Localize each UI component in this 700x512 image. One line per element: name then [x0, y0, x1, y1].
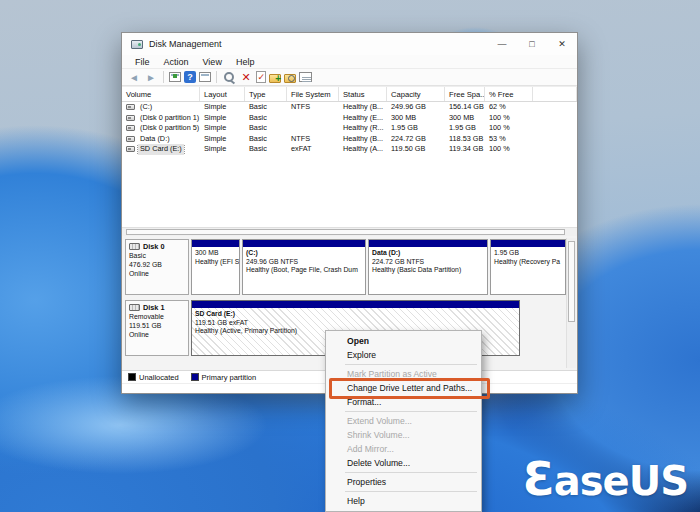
- column-header-type[interactable]: Type: [245, 87, 287, 101]
- legend-item-primary-partition: Primary partition: [191, 373, 257, 382]
- free-space-cell: 118.53 GB: [445, 134, 485, 145]
- easeus-logo: ƐaseUS: [523, 452, 688, 506]
- minimize-button[interactable]: —: [487, 33, 517, 55]
- context-menu: OpenExploreMark Partition as ActiveChang…: [325, 330, 482, 512]
- column-header-free-spa-[interactable]: Free Spa...: [445, 87, 485, 101]
- partition--c-[interactable]: (C:)249.96 GB NTFSHealthy (Boot, Page Fi…: [242, 239, 366, 295]
- maximize-button[interactable]: □: [517, 33, 547, 55]
- partition-name: SD Card (E:): [195, 310, 516, 319]
- disk-size: 119.51 GB: [129, 321, 185, 330]
- partition-300-mb[interactable]: 300 MBHealthy (EFI Sy: [191, 239, 240, 295]
- back-icon[interactable]: [127, 71, 141, 84]
- column-header-status[interactable]: Status: [339, 87, 387, 101]
- pct-free-cell: 100 %: [485, 113, 533, 124]
- vertical-scrollbar-thumb[interactable]: [568, 241, 575, 322]
- action-pane-icon[interactable]: [199, 72, 211, 82]
- table-row[interactable]: (Disk 0 partition 1)SimpleBasicHealthy (…: [122, 113, 577, 124]
- context-menu-item-format[interactable]: Format...: [326, 395, 481, 409]
- folder-add-icon[interactable]: [269, 74, 281, 83]
- status-cell: Healthy (B...: [339, 102, 387, 113]
- disk-icon: [129, 304, 140, 311]
- partition-data-d-[interactable]: Data (D:)224.72 GB NTFSHealthy (Basic Da…: [368, 239, 488, 295]
- partition-1-95-gb[interactable]: 1.95 GBHealthy (Recovery Pa: [490, 239, 566, 295]
- partition-detail: Healthy (Boot, Page File, Crash Dum: [246, 266, 362, 275]
- menu-action[interactable]: Action: [157, 57, 196, 67]
- volume-cell: (Disk 0 partition 1): [122, 113, 200, 124]
- free-space-cell: 300 MB: [445, 113, 485, 124]
- tool-icon[interactable]: [222, 71, 236, 84]
- table-row[interactable]: (C:)SimpleBasicNTFSHealthy (B...249.96 G…: [122, 102, 577, 113]
- pct-free-cell: 62 %: [485, 102, 533, 113]
- context-menu-item-explore[interactable]: Explore: [326, 348, 481, 362]
- check-doc-icon[interactable]: [256, 71, 266, 83]
- status-cell: Healthy (R...: [339, 123, 387, 134]
- close-button[interactable]: ✕: [547, 33, 577, 55]
- title-bar[interactable]: Disk Management —□✕: [122, 33, 577, 55]
- volume-icon: [126, 115, 135, 121]
- context-menu-item-delete-volume[interactable]: Delete Volume...: [326, 456, 481, 470]
- primary-partition-bar: [192, 301, 519, 308]
- toolbar: [122, 69, 577, 86]
- context-menu-item-help[interactable]: Help: [326, 494, 481, 508]
- window-controls: —□✕: [487, 33, 577, 55]
- menu-file[interactable]: File: [128, 57, 157, 67]
- vertical-scrollbar[interactable]: [566, 238, 576, 368]
- window-title: Disk Management: [149, 39, 222, 49]
- disk-name: Disk 1: [129, 303, 185, 312]
- table-row[interactable]: SD Card (E:)SimpleBasicexFATHealthy (A..…: [122, 144, 577, 155]
- horizontal-scrollbar-thumb[interactable]: [126, 229, 565, 235]
- horizontal-scrollbar[interactable]: [122, 227, 577, 236]
- context-menu-item-properties[interactable]: Properties: [326, 475, 481, 489]
- legend-swatch: [191, 373, 199, 381]
- help-icon[interactable]: [184, 71, 196, 83]
- capacity-cell: 249.96 GB: [387, 102, 445, 113]
- type-cell: Basic: [245, 113, 287, 124]
- console-tree-icon[interactable]: [169, 72, 181, 82]
- context-menu-item-open[interactable]: Open: [326, 334, 481, 348]
- menu-help[interactable]: Help: [229, 57, 262, 67]
- legend-swatch: [128, 373, 136, 381]
- delete-icon[interactable]: [239, 71, 253, 84]
- disk-label-disk-0[interactable]: Disk 0Basic476.92 GBOnline: [125, 239, 189, 295]
- type-cell: Basic: [245, 134, 287, 145]
- context-menu-separator: [345, 472, 477, 473]
- disk-status: Online: [129, 330, 185, 339]
- primary-partition-bar: [369, 240, 487, 247]
- volume-cell: (Disk 0 partition 5): [122, 123, 200, 134]
- folder-search-icon[interactable]: [284, 74, 296, 83]
- volume-icon: [126, 104, 135, 110]
- layout-cell: Simple: [200, 144, 245, 155]
- layout-cell: Simple: [200, 113, 245, 124]
- column-header-layout[interactable]: Layout: [200, 87, 245, 101]
- partition-text: 300 MBHealthy (EFI Sy: [192, 249, 239, 266]
- disk-size: 476.92 GB: [129, 260, 185, 269]
- partition-text: 1.95 GBHealthy (Recovery Pa: [491, 249, 565, 266]
- table-row[interactable]: Data (D:)SimpleBasicNTFSHealthy (B...224…: [122, 134, 577, 145]
- volume-table-header: VolumeLayoutTypeFile SystemStatusCapacit…: [122, 87, 577, 102]
- disk-label-disk-1[interactable]: Disk 1Removable119.51 GBOnline: [125, 300, 189, 356]
- properties-icon[interactable]: [299, 72, 312, 82]
- volume-list-pane: VolumeLayoutTypeFile SystemStatusCapacit…: [122, 86, 577, 227]
- partition-detail: 119.51 GB exFAT: [195, 319, 516, 328]
- column-header--free[interactable]: % Free: [485, 87, 533, 101]
- volume-icon: [126, 146, 135, 152]
- pct-free-cell: 100 %: [485, 123, 533, 134]
- table-row[interactable]: (Disk 0 partition 5)SimpleBasicHealthy (…: [122, 123, 577, 134]
- file-system-cell: NTFS: [287, 134, 339, 145]
- volume-cell: SD Card (E:): [122, 144, 200, 155]
- column-header-volume[interactable]: Volume: [122, 87, 200, 101]
- column-header-file-system[interactable]: File System: [287, 87, 339, 101]
- partition-name: (C:): [246, 249, 362, 258]
- partition-detail: Healthy (EFI Sy: [195, 258, 236, 267]
- column-header-capacity[interactable]: Capacity: [387, 87, 445, 101]
- status-cell: Healthy (B...: [339, 134, 387, 145]
- context-menu-item-shrink-volume: Shrink Volume...: [326, 428, 481, 442]
- menu-bar: FileActionViewHelp: [122, 55, 577, 69]
- capacity-cell: 1.95 GB: [387, 123, 445, 134]
- forward-icon[interactable]: [144, 71, 158, 84]
- volume-cell: Data (D:): [122, 134, 200, 145]
- context-menu-item-mark-partition-as-active: Mark Partition as Active: [326, 367, 481, 381]
- menu-view[interactable]: View: [196, 57, 229, 67]
- context-menu-item-change-drive-letter-and-paths[interactable]: Change Drive Letter and Paths...: [326, 381, 481, 395]
- free-space-cell: 1.95 GB: [445, 123, 485, 134]
